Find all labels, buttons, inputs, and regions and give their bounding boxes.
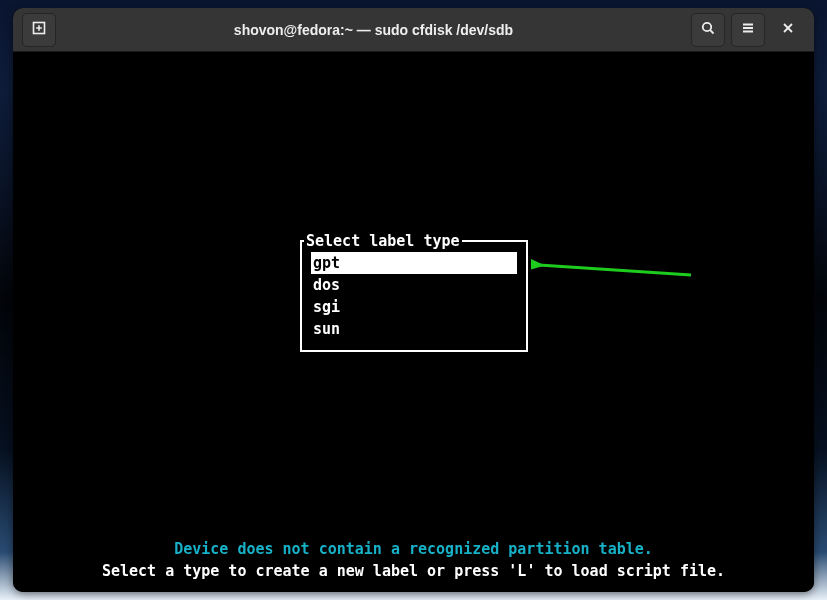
- search-icon: [700, 20, 716, 39]
- label-type-dialog: Select label type gpt dos sgi sun: [300, 240, 528, 352]
- close-button[interactable]: [771, 13, 805, 47]
- label-option-dos[interactable]: dos: [311, 274, 517, 296]
- menu-button[interactable]: [731, 13, 765, 47]
- window-title: shovon@fedora:~ — sudo cfdisk /dev/sdb: [59, 22, 688, 38]
- new-tab-icon: [31, 20, 47, 39]
- label-option-gpt[interactable]: gpt: [311, 252, 517, 274]
- close-icon: [780, 20, 796, 39]
- new-tab-button[interactable]: [22, 13, 56, 47]
- terminal-content: Select label type gpt dos sgi sun Device…: [13, 52, 814, 592]
- status-area: Device does not contain a recognized par…: [13, 538, 814, 582]
- label-option-sgi[interactable]: sgi: [311, 296, 517, 318]
- status-warning: Device does not contain a recognized par…: [13, 538, 814, 560]
- svg-line-4: [710, 30, 713, 33]
- annotation-arrow-icon: [531, 257, 701, 281]
- hamburger-icon: [740, 20, 756, 39]
- dialog-title: Select label type: [304, 230, 462, 252]
- titlebar: shovon@fedora:~ — sudo cfdisk /dev/sdb: [13, 8, 814, 52]
- status-hint: Select a type to create a new label or p…: [13, 560, 814, 582]
- terminal-window: shovon@fedora:~ — sudo cfdisk /dev/sdb: [13, 8, 814, 592]
- label-option-sun[interactable]: sun: [311, 318, 517, 340]
- svg-point-3: [703, 23, 711, 31]
- svg-line-10: [539, 265, 691, 275]
- search-button[interactable]: [691, 13, 725, 47]
